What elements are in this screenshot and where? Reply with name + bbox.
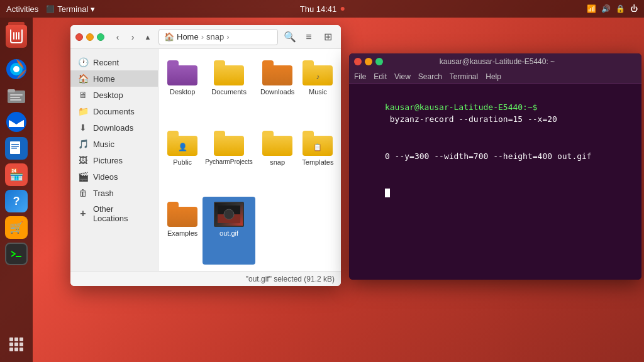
dock-amazon[interactable]: 🛒 [5, 216, 28, 239]
fm-sidebar: 🕐 Recent 🏠 Home 🖥 Desktop 📁 Documents ⬇ … [70, 49, 158, 271]
dock-help[interactable]: ? [5, 190, 28, 212]
svg-rect-11 [11, 146, 19, 147]
terminal-indicator[interactable]: ⬛ Terminal ▾ [46, 4, 95, 14]
term-menu-help[interactable]: Help [486, 72, 501, 81]
folder-downloads-icon [262, 60, 292, 85]
filemanager-window: × − + ‹ › ▲ 🏠 Home › snap › 🔍 ≡ ⊞ 🕐 Rece… [70, 25, 341, 286]
term-menu-view[interactable]: View [394, 72, 411, 81]
svg-rect-4 [8, 89, 15, 92]
term-body: kausar@kausar-Latitude-E5440:~$ byzanz-r… [349, 84, 641, 280]
svg-point-2 [13, 66, 19, 72]
svg-rect-7 [10, 99, 21, 101]
dock-thunderbird[interactable] [5, 111, 28, 133]
fm-titlebar: × − + ‹ › ▲ 🏠 Home › snap › 🔍 ≡ ⊞ [70, 25, 341, 49]
topbar: Activities ⬛ Terminal ▾ Thu 14:41 📶 🔊 🔒 … [0, 0, 644, 18]
file-pycharm[interactable]: PycharmProjects [203, 126, 255, 194]
dock-firefox[interactable] [5, 58, 28, 80]
dock-terminal[interactable] [5, 243, 28, 265]
svg-rect-10 [11, 144, 19, 145]
file-desktop-label: Desktop [170, 88, 195, 96]
file-documents[interactable]: Documents [203, 55, 255, 123]
dock-writer[interactable] [5, 137, 28, 160]
fm-search-button[interactable]: 🔍 [282, 29, 298, 45]
file-snap-label: snap [270, 158, 285, 166]
sidebar-item-other-locations[interactable]: + Other Locations [70, 201, 158, 226]
file-templates[interactable]: 📋 Templates [299, 126, 336, 194]
add-location-icon: + [78, 208, 88, 219]
dock-files[interactable] [5, 84, 28, 107]
app-grid-button[interactable] [5, 333, 28, 356]
music-icon: 🎵 [78, 139, 88, 149]
sidebar-item-videos[interactable]: 🎬 Videos [70, 168, 158, 185]
svg-rect-5 [10, 94, 23, 96]
fm-window-controls: × − + [75, 33, 104, 41]
sidebar-item-home-label: Home [93, 74, 115, 84]
file-snap[interactable]: snap [258, 126, 297, 194]
fm-view-options-button[interactable]: ≡ [301, 29, 317, 45]
fm-close-button[interactable]: × [75, 33, 83, 41]
folder-snap-icon [262, 131, 292, 156]
snap-breadcrumb[interactable]: snap [206, 32, 224, 41]
lock-icon: 🔒 [616, 4, 625, 13]
sidebar-item-desktop[interactable]: 🖥 Desktop [70, 87, 158, 103]
file-videos[interactable]: ▶ Videos [338, 126, 341, 194]
fm-breadcrumb[interactable]: 🏠 Home › snap › [158, 29, 278, 45]
power-icon: ⏻ [630, 4, 638, 13]
term-menu-file[interactable]: File [354, 72, 366, 81]
topbar-clock[interactable]: Thu 14:41 [300, 4, 345, 14]
sidebar-item-pictures[interactable]: 🖼 Pictures [70, 152, 158, 168]
fm-forward-button[interactable]: › [126, 30, 140, 44]
fm-content: Desktop Documents Downloads [158, 49, 341, 271]
sidebar-item-downloads-label: Downloads [93, 123, 133, 133]
folder-examples-icon [167, 202, 197, 227]
term-maximize-button[interactable] [375, 58, 383, 65]
home-breadcrumb-label[interactable]: Home [177, 32, 199, 41]
pictures-icon: 🖼 [78, 155, 88, 165]
fm-icons-grid: Desktop Documents Downloads [165, 55, 335, 265]
fm-minimize-button[interactable]: − [86, 33, 94, 41]
folder-desktop-icon [167, 60, 197, 85]
public-overlay-icon: 👤 [176, 141, 189, 153]
topbar-right: 📶 🔊 🔒 ⏻ [587, 4, 638, 13]
sidebar-item-recent[interactable]: 🕐 Recent [70, 54, 158, 70]
trash-icon: 🗑 [78, 188, 88, 198]
term-minimize-button[interactable] [365, 58, 372, 65]
file-examples-label: Examples [167, 229, 197, 237]
terminal-icon-small: ⬛ [46, 5, 55, 13]
sidebar-item-music[interactable]: 🎵 Music [70, 136, 158, 152]
breadcrumb-sep2: › [226, 32, 229, 41]
file-desktop[interactable]: Desktop [165, 55, 200, 123]
file-downloads[interactable]: Downloads [258, 55, 297, 123]
dock-trash[interactable] [5, 24, 28, 49]
dock: 🏪 ? 🛒 [0, 18, 33, 362]
file-examples[interactable]: Examples [165, 197, 200, 265]
sidebar-item-documents[interactable]: 📁 Documents [70, 103, 158, 119]
dock-software-center[interactable]: 🏪 [5, 163, 28, 186]
network-icon: 📶 [587, 4, 596, 13]
svg-rect-12 [11, 148, 17, 149]
term-menu-edit[interactable]: Edit [374, 72, 387, 81]
sidebar-item-home[interactable]: 🏠 Home [70, 70, 158, 87]
file-out-gif[interactable]: out.gif [203, 197, 255, 265]
file-music-label: Music [309, 88, 327, 96]
fm-up-button[interactable]: ▲ [141, 30, 155, 44]
file-public[interactable]: 👤 Public [165, 126, 200, 194]
term-window-controls [354, 58, 383, 65]
fm-maximize-button[interactable]: + [97, 33, 104, 41]
fm-back-button[interactable]: ‹ [111, 30, 125, 44]
sidebar-item-downloads[interactable]: ⬇ Downloads [70, 119, 158, 136]
file-pictures[interactable]: 🖼 Pictures [338, 55, 341, 123]
sidebar-item-pictures-label: Pictures [93, 156, 123, 165]
folder-documents-icon [214, 60, 244, 85]
fm-grid-view-button[interactable]: ⊞ [319, 29, 336, 45]
downloads-icon: ⬇ [78, 123, 88, 133]
activities-button[interactable]: Activities [6, 4, 38, 14]
term-menu-terminal[interactable]: Terminal [450, 72, 478, 81]
term-close-button[interactable] [354, 58, 362, 65]
sidebar-item-trash[interactable]: 🗑 Trash [70, 185, 158, 201]
term-titlebar: kausar@kausar-Latitude-E5440: ~ [349, 53, 641, 70]
svg-rect-6 [10, 97, 20, 98]
fm-status-text: "out.gif" selected (91.2 kB) [246, 275, 335, 283]
term-menu-search[interactable]: Search [418, 72, 442, 81]
file-music[interactable]: ♪ Music [299, 55, 336, 123]
